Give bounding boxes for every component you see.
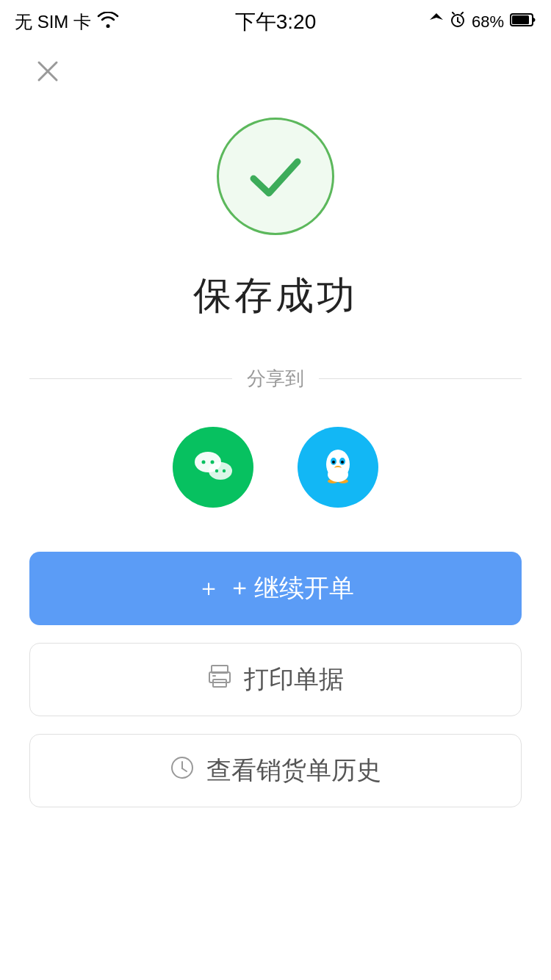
divider-line-right: [319, 378, 522, 379]
location-icon: [429, 12, 444, 32]
svg-line-3: [453, 12, 454, 14]
success-title: 保存成功: [193, 270, 358, 322]
continue-label: + 继续开单: [232, 572, 353, 605]
wechat-share-button[interactable]: [173, 427, 253, 508]
history-label: 查看销货单历史: [206, 754, 381, 788]
svg-point-12: [210, 460, 214, 464]
alarm-icon: [450, 12, 466, 32]
wifi-icon: [97, 12, 119, 32]
print-label: 打印单据: [244, 663, 344, 696]
plus-icon: ＋: [197, 572, 220, 605]
status-right: 68%: [429, 12, 536, 32]
svg-point-18: [332, 461, 335, 464]
svg-point-14: [222, 469, 225, 472]
status-time: 下午3:20: [235, 8, 317, 36]
no-sim-label: 无 SIM 卡: [15, 10, 91, 34]
main-content: 保存成功 分享到: [0, 44, 551, 807]
continue-button[interactable]: ＋ + 继续开单: [29, 552, 522, 625]
print-button[interactable]: 打印单据: [29, 643, 522, 716]
close-button[interactable]: [29, 53, 66, 90]
svg-point-11: [201, 460, 205, 464]
battery-percentage: 68%: [472, 12, 504, 32]
qq-share-button[interactable]: [298, 427, 378, 508]
divider-line-left: [29, 378, 232, 379]
svg-point-10: [209, 462, 232, 480]
printer-icon: [207, 665, 232, 694]
status-bar: 无 SIM 卡 下午3:20 68%: [0, 0, 551, 44]
svg-point-19: [341, 461, 344, 464]
status-left: 无 SIM 卡: [15, 10, 119, 34]
share-icons-container: [29, 427, 522, 508]
clock-icon: [170, 755, 195, 786]
success-icon-circle: [217, 118, 334, 235]
svg-point-13: [215, 469, 217, 472]
svg-rect-6: [512, 15, 529, 24]
share-section: 分享到: [0, 366, 551, 508]
svg-point-23: [328, 467, 348, 482]
battery-icon: [510, 12, 536, 32]
svg-line-2: [458, 21, 460, 23]
svg-line-30: [182, 768, 187, 771]
share-label: 分享到: [247, 366, 304, 392]
svg-line-4: [461, 12, 463, 14]
share-divider: 分享到: [29, 366, 522, 392]
history-button[interactable]: 查看销货单历史: [29, 734, 522, 807]
action-buttons: ＋ + 继续开单 打印单据: [0, 552, 551, 807]
